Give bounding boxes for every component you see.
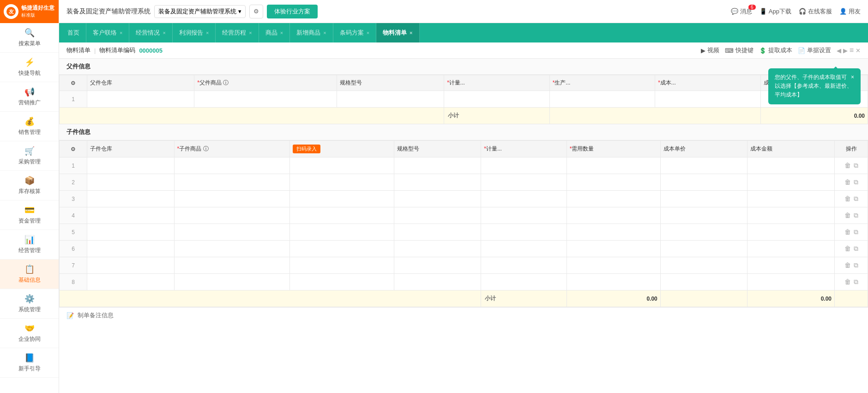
- nav-tab-7[interactable]: 条码方案×: [333, 23, 376, 42]
- child-row-4-unit[interactable]: [481, 207, 567, 224]
- scan-button[interactable]: 扫码录入: [293, 145, 320, 153]
- child-row-8-unit[interactable]: [481, 274, 567, 290]
- child-col-scan[interactable]: 扫码录入: [290, 141, 394, 157]
- child-row-4-unit-cost[interactable]: [660, 207, 747, 224]
- parent-col-settings[interactable]: ⚙: [60, 75, 87, 91]
- child-row-6-product[interactable]: [174, 241, 289, 257]
- cost-action[interactable]: 💲 提取成本: [759, 46, 792, 54]
- tab-close-6[interactable]: ×: [323, 30, 326, 36]
- child-row-7-spec[interactable]: [394, 257, 481, 274]
- tab-close-4[interactable]: ×: [249, 30, 252, 36]
- child-row-4-qty[interactable]: [567, 207, 660, 224]
- sidebar-item-guide[interactable]: 📘 新手引导: [0, 348, 59, 378]
- child-row-1-amount[interactable]: [747, 157, 835, 174]
- child-row-3-warehouse[interactable]: [87, 191, 175, 207]
- child-row-4-delete-icon[interactable]: 🗑: [844, 212, 851, 219]
- child-row-7-delete-icon[interactable]: 🗑: [844, 261, 851, 269]
- sidebar-item-collab[interactable]: 🤝 企业协同: [0, 319, 59, 348]
- child-row-1-unit-cost[interactable]: [660, 157, 747, 174]
- child-row-1-spec[interactable]: [394, 157, 481, 174]
- child-row-5-warehouse[interactable]: [87, 224, 175, 241]
- shortcut-action[interactable]: ⌨ 快捷键: [725, 46, 753, 54]
- child-row-4-warehouse[interactable]: [87, 207, 175, 224]
- tab-close-3[interactable]: ×: [206, 30, 209, 36]
- child-row-3-unit[interactable]: [481, 191, 567, 207]
- child-row-3-copy-icon[interactable]: ⧉: [854, 195, 858, 203]
- child-row-1-copy-icon[interactable]: ⧉: [854, 162, 858, 169]
- child-row-5-qty[interactable]: [567, 224, 660, 241]
- child-row-5-scan[interactable]: [290, 224, 394, 241]
- child-row-5-product[interactable]: [174, 224, 289, 241]
- tab-close-1[interactable]: ×: [120, 30, 122, 36]
- child-row-3-product[interactable]: [174, 191, 289, 207]
- child-row-6-scan[interactable]: [290, 241, 394, 257]
- child-row-5-delete-icon[interactable]: 🗑: [844, 228, 851, 236]
- child-row-1-qty[interactable]: [567, 157, 660, 174]
- system-selector[interactable]: 装备及固定资产辅助管理系统 ▾: [154, 5, 246, 18]
- tab-close-2[interactable]: ×: [163, 30, 165, 36]
- parent-row-1-produce[interactable]: [549, 91, 655, 108]
- child-row-2-unit-cost[interactable]: [660, 174, 747, 191]
- child-row-1-delete-icon[interactable]: 🗑: [844, 162, 851, 169]
- child-row-8-copy-icon[interactable]: ⧉: [854, 278, 858, 286]
- sidebar-item-purchase[interactable]: 🛒 采购管理: [0, 141, 59, 171]
- child-row-7-amount[interactable]: [747, 257, 835, 274]
- child-row-2-unit[interactable]: [481, 174, 567, 191]
- child-row-7-qty[interactable]: [567, 257, 660, 274]
- child-row-3-scan[interactable]: [290, 191, 394, 207]
- child-row-6-unit-cost[interactable]: [660, 241, 747, 257]
- child-row-7-unit-cost[interactable]: [660, 257, 747, 274]
- sidebar-item-operations[interactable]: 📊 经营管理: [0, 230, 59, 260]
- nav-tab-5[interactable]: 商品×: [259, 23, 290, 42]
- child-row-3-unit-cost[interactable]: [660, 191, 747, 207]
- child-row-3-delete-icon[interactable]: 🗑: [844, 195, 851, 203]
- child-row-5-spec[interactable]: [394, 224, 481, 241]
- grid-icon[interactable]: ≡: [850, 46, 854, 54]
- sidebar-item-search[interactable]: 🔍 搜索菜单: [0, 23, 59, 53]
- child-row-6-copy-icon[interactable]: ⧉: [854, 245, 858, 253]
- child-row-8-qty[interactable]: [567, 274, 660, 290]
- child-row-4-amount[interactable]: [747, 207, 835, 224]
- settings-action[interactable]: 📄 单据设置: [798, 46, 831, 54]
- sidebar-item-finance[interactable]: 💳 资金管理: [0, 200, 59, 230]
- nav-tab-0[interactable]: 首页: [61, 23, 86, 42]
- child-row-2-qty[interactable]: [567, 174, 660, 191]
- child-row-4-product[interactable]: [174, 207, 289, 224]
- child-row-4-copy-icon[interactable]: ⧉: [854, 212, 858, 219]
- child-row-5-unit-cost[interactable]: [660, 224, 747, 241]
- child-row-4-spec[interactable]: [394, 207, 481, 224]
- child-row-3-qty[interactable]: [567, 191, 660, 207]
- view-action[interactable]: ▶ 视频: [701, 46, 719, 54]
- child-row-8-warehouse[interactable]: [87, 274, 175, 290]
- nav-tab-1[interactable]: 客户联络×: [86, 23, 129, 42]
- child-row-1-warehouse[interactable]: [87, 157, 175, 174]
- child-row-7-unit[interactable]: [481, 257, 567, 274]
- child-row-2-warehouse[interactable]: [87, 174, 175, 191]
- child-row-1-product[interactable]: [174, 157, 289, 174]
- online-service-item[interactable]: 🎧 在线客服: [799, 7, 832, 16]
- prev-icon[interactable]: ◀: [837, 47, 841, 54]
- child-row-8-spec[interactable]: [394, 274, 481, 290]
- child-row-7-warehouse[interactable]: [87, 257, 175, 274]
- nav-tab-8[interactable]: 物料清单×: [376, 23, 419, 42]
- nav-tab-2[interactable]: 经营情况×: [129, 23, 172, 42]
- child-row-8-unit-cost[interactable]: [660, 274, 747, 290]
- child-row-1-unit[interactable]: [481, 157, 567, 174]
- child-row-2-amount[interactable]: [747, 174, 835, 191]
- app-download-item[interactable]: 📱 App下载: [760, 7, 791, 16]
- tab-close-7[interactable]: ×: [367, 30, 369, 36]
- child-row-7-copy-icon[interactable]: ⧉: [854, 261, 858, 269]
- parent-row-1-warehouse[interactable]: [87, 91, 194, 108]
- child-row-6-unit[interactable]: [481, 241, 567, 257]
- child-row-7-scan[interactable]: [290, 257, 394, 274]
- sidebar-item-sales[interactable]: 💰 销售管理: [0, 112, 59, 141]
- child-row-6-delete-icon[interactable]: 🗑: [844, 245, 851, 253]
- try-button[interactable]: 体验行业方案: [267, 5, 318, 18]
- sidebar-item-basic-info[interactable]: 📋 基础信息: [0, 260, 59, 289]
- child-row-2-spec[interactable]: [394, 174, 481, 191]
- parent-row-1-product[interactable]: [194, 91, 337, 108]
- tooltip-close-button[interactable]: ×: [851, 73, 854, 82]
- child-row-3-amount[interactable]: [747, 191, 835, 207]
- parent-row-1-cost[interactable]: [655, 91, 761, 108]
- nav-tab-3[interactable]: 利润报告×: [173, 23, 216, 42]
